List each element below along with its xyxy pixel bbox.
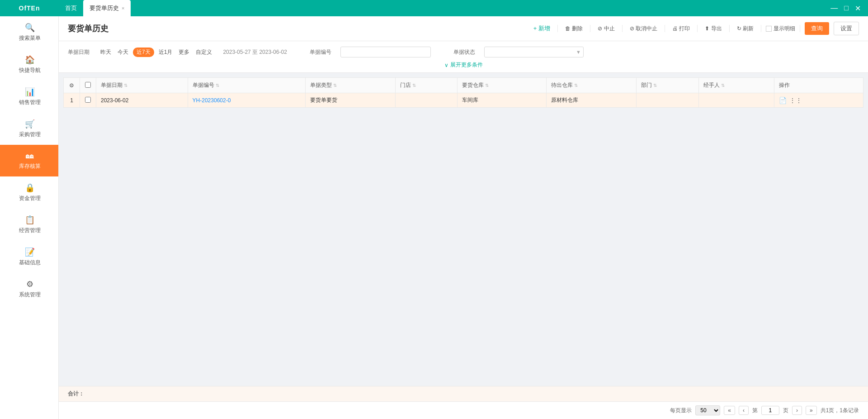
expand-chevron-icon: ∨	[444, 62, 448, 68]
display-detail-toggle[interactable]: 显示明细	[766, 25, 795, 33]
row-handler-cell	[699, 93, 774, 108]
settings-button[interactable]: 设置	[834, 22, 859, 35]
date-btn-yesterday[interactable]: 昨天	[99, 48, 113, 57]
prev-page-btn[interactable]: ‹	[739, 406, 749, 415]
date-btn-today[interactable]: 今天	[116, 48, 130, 57]
row-order-type-cell: 要货单要货	[305, 93, 395, 108]
order-type-sort-icon[interactable]: ⇅	[333, 83, 337, 88]
search-menu-icon: 🔍	[25, 23, 35, 33]
sidebar-item-base-info[interactable]: 📝 基础信息	[0, 241, 58, 273]
cancel-stop-button[interactable]: ⊘ 取消中止	[627, 23, 660, 34]
col-handler[interactable]: 经手人 ⇅	[699, 78, 774, 93]
row-actions-cell[interactable]: 📄 ⋮⋮	[774, 93, 863, 108]
order-no-link[interactable]: YH-20230602-0	[193, 97, 231, 104]
date-sort-icon[interactable]: ⇅	[124, 83, 127, 88]
row-edit-icon[interactable]: 📄	[779, 97, 787, 104]
pending-warehouse-sort-icon[interactable]: ⇅	[574, 83, 578, 88]
sidebar-item-ops-mgmt[interactable]: 📋 经营管理	[0, 209, 58, 241]
window-close-btn[interactable]: ✕	[855, 4, 861, 13]
store-sort-icon[interactable]: ⇅	[412, 83, 416, 88]
date-range-display: 2023-05-27 至 2023-06-02	[223, 48, 287, 56]
page-unit: 页	[783, 407, 788, 414]
sidebar-label-inventory-calc: 库存核算	[19, 162, 41, 170]
last-page-btn[interactable]: »	[806, 406, 817, 415]
fund-mgmt-icon: 🔒	[25, 183, 35, 193]
order-no-label: 单据编号	[310, 48, 331, 56]
date-btn-7days[interactable]: 近7天	[133, 48, 154, 57]
sidebar-item-sales-mgmt[interactable]: 📊 销售管理	[0, 81, 58, 113]
refresh-button[interactable]: ↻ 刷新	[734, 23, 756, 34]
table-row: 1 2023-06-02 YH-20230602-0 要货单要货 车间库 原材料…	[64, 93, 863, 108]
date-filter-label: 单据日期	[68, 48, 90, 56]
col-date[interactable]: 单据日期 ⇅	[96, 78, 188, 93]
date-btn-1month[interactable]: 近1月	[157, 48, 175, 57]
handler-sort-icon[interactable]: ⇅	[721, 83, 725, 88]
col-req-warehouse[interactable]: 要货仓库 ⇅	[458, 78, 547, 93]
col-dept[interactable]: 部门 ⇅	[637, 78, 699, 93]
sidebar-label-sales-mgmt: 销售管理	[19, 99, 41, 106]
row-checkbox-cell[interactable]	[80, 93, 96, 108]
row-pending-warehouse-cell: 原材料仓库	[547, 93, 637, 108]
col-order-no[interactable]: 单据编号 ⇅	[188, 78, 305, 93]
row-checkbox[interactable]	[85, 97, 91, 103]
sidebar-item-search-menu[interactable]: 🔍 搜索菜单	[0, 16, 58, 48]
row-store-cell	[395, 93, 458, 108]
sidebar-item-sys-mgmt[interactable]: ⚙ 系统管理	[0, 273, 58, 305]
tab-home[interactable]: 首页	[59, 0, 83, 16]
purchase-mgmt-icon: 🛒	[25, 119, 35, 129]
next-page-btn[interactable]: ›	[792, 406, 802, 415]
order-no-input[interactable]	[340, 47, 431, 57]
display-detail-checkbox[interactable]	[766, 26, 772, 32]
row-num-cell: 1	[64, 93, 80, 108]
col-checkbox[interactable]	[80, 78, 96, 93]
status-input[interactable]	[484, 47, 584, 57]
date-btn-custom[interactable]: 自定义	[194, 48, 214, 57]
print-button[interactable]: 🖨 打印	[670, 23, 693, 34]
select-all-checkbox[interactable]	[85, 82, 91, 88]
sidebar-label-purchase-mgmt: 采购管理	[19, 131, 41, 138]
brand-logo: OfTEn	[19, 5, 40, 12]
stop-button[interactable]: ⊘ 中止	[595, 23, 617, 34]
row-order-no-cell[interactable]: YH-20230602-0	[188, 93, 305, 108]
tab-order-history[interactable]: 要货单历史 ×	[83, 0, 131, 16]
status-label: 单据状态	[453, 48, 475, 56]
sidebar-item-fund-mgmt[interactable]: 🔒 资金管理	[0, 176, 58, 209]
window-maximize-btn[interactable]: □	[844, 4, 849, 12]
col-settings[interactable]: ⚙	[64, 78, 80, 93]
row-more-icon[interactable]: ⋮⋮	[789, 97, 802, 104]
window-minimize-btn[interactable]: —	[830, 4, 838, 12]
summary-label: 合计：	[68, 390, 84, 397]
query-button[interactable]: 查询	[805, 22, 829, 35]
row-req-warehouse-cell: 车间库	[458, 93, 547, 108]
date-btn-more[interactable]: 更多	[177, 48, 191, 57]
delete-button[interactable]: 🗑 删除	[562, 23, 585, 34]
first-page-btn[interactable]: «	[724, 406, 735, 415]
req-warehouse-sort-icon[interactable]: ⇅	[485, 83, 489, 88]
ops-mgmt-icon: 📋	[25, 215, 35, 225]
page-label: 第	[752, 407, 758, 414]
col-order-type[interactable]: 单据类型 ⇅	[305, 78, 395, 93]
base-info-icon: 📝	[25, 247, 35, 257]
export-button[interactable]: ⬆ 导出	[702, 23, 724, 34]
row-date-cell: 2023-06-02	[96, 93, 188, 108]
table-settings-icon[interactable]: ⚙	[69, 82, 74, 89]
dept-sort-icon[interactable]: ⇅	[653, 83, 657, 88]
col-store[interactable]: 门店 ⇅	[395, 78, 458, 93]
new-button[interactable]: + 新增	[531, 23, 553, 34]
page-title: 要货单历史	[68, 23, 108, 34]
sidebar-item-purchase-mgmt[interactable]: 🛒 采购管理	[0, 113, 58, 145]
display-detail-label: 显示明细	[774, 25, 795, 33]
status-dropdown-icon[interactable]: ▼	[576, 49, 581, 55]
sidebar-item-inventory-calc[interactable]: 🏘 库存核算	[0, 145, 58, 176]
sidebar-label-quick-nav: 快捷导航	[19, 67, 41, 74]
sys-mgmt-icon: ⚙	[26, 279, 33, 289]
per-page-select[interactable]: 50 100 200	[695, 405, 720, 415]
col-pending-warehouse[interactable]: 待出仓库 ⇅	[547, 78, 637, 93]
quick-nav-icon: 🏠	[25, 55, 35, 65]
order-no-sort-icon[interactable]: ⇅	[216, 83, 219, 88]
expand-conditions-btn[interactable]: ∨ 展开更多条件	[444, 61, 483, 69]
row-dept-cell	[637, 93, 699, 108]
sidebar-item-quick-nav[interactable]: 🏠 快捷导航	[0, 48, 58, 81]
tab-close-icon[interactable]: ×	[122, 5, 124, 11]
page-input[interactable]	[761, 406, 779, 415]
